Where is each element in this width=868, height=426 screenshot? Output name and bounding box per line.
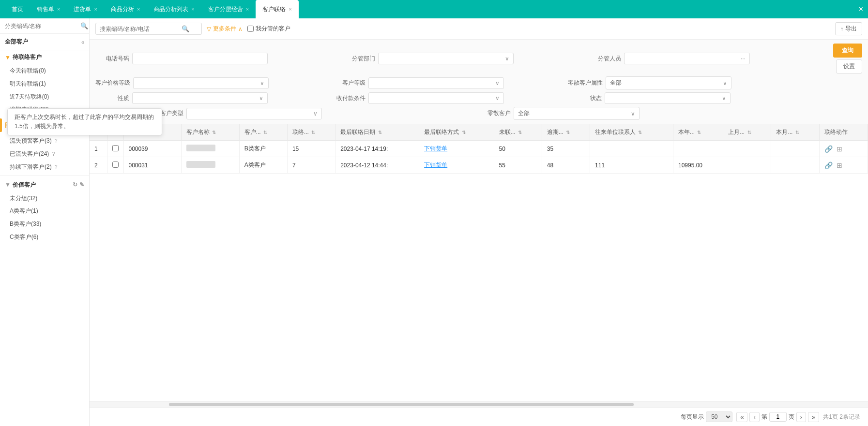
top-nav: 首页 销售单 × 进货单 × 商品分析 × 商品分析列表 × 客户分层经营 × … bbox=[0, 0, 868, 18]
row2-checkbox[interactable] bbox=[107, 157, 123, 174]
sidebar-item-b-class[interactable]: B类客户(33) bbox=[0, 218, 89, 231]
sidebar-item-loss-warning[interactable]: 流失预警客户(3) ? bbox=[0, 134, 89, 147]
per-page-select[interactable]: 50 100 200 bbox=[706, 411, 732, 422]
sidebar-divider bbox=[0, 176, 89, 176]
last-page-button[interactable]: » bbox=[808, 412, 819, 422]
row1-last-contact-method[interactable]: 下销货单 bbox=[419, 141, 494, 157]
close-customer-contact-icon[interactable]: × bbox=[289, 6, 291, 12]
col-last-contact-date[interactable]: 最后联络日期 ⇅ bbox=[335, 124, 419, 141]
close-customer-mgmt-icon[interactable]: × bbox=[246, 6, 249, 12]
row1-grid-icon[interactable]: ⊞ bbox=[837, 145, 842, 153]
phone-input[interactable] bbox=[132, 53, 268, 64]
query-button[interactable]: 查询 bbox=[833, 44, 862, 58]
sidebar-item-c-class[interactable]: C类客户(6) bbox=[0, 231, 89, 244]
horizontal-scrollbar[interactable] bbox=[90, 401, 868, 407]
row1-link-icon[interactable]: 🔗 bbox=[824, 145, 833, 153]
close-sales-icon[interactable]: × bbox=[57, 6, 60, 12]
row2-grid-icon[interactable]: ⊞ bbox=[837, 162, 842, 169]
row2-select-checkbox[interactable] bbox=[112, 162, 119, 168]
customer-grade-select[interactable]: ∨ bbox=[368, 77, 504, 89]
refresh-icon[interactable]: ↻ bbox=[73, 181, 77, 188]
sidebar-item-7days[interactable]: 近7天待联络(0) bbox=[0, 90, 89, 103]
row2-last-month bbox=[723, 157, 771, 174]
sidebar-item-a-class[interactable]: A类客户(1) bbox=[0, 205, 89, 218]
export-button[interactable]: ↑ 导出 bbox=[835, 22, 862, 35]
col-name[interactable]: 客户名称 ⇅ bbox=[182, 124, 240, 141]
row2-method-link[interactable]: 下销货单 bbox=[424, 162, 447, 168]
lost-help-icon[interactable]: ? bbox=[52, 151, 55, 157]
col-customer-type[interactable]: 客户... ⇅ bbox=[239, 124, 287, 141]
row1-checkbox[interactable] bbox=[107, 141, 123, 157]
pay-terms-select[interactable]: ∨ bbox=[368, 92, 504, 104]
sort-overdue-icon: ⇅ bbox=[566, 130, 570, 135]
tab-home[interactable]: 首页 bbox=[5, 0, 30, 18]
tab-analysis[interactable]: 商品分析 × bbox=[104, 0, 147, 18]
loss-warning-help-icon[interactable]: ? bbox=[55, 138, 58, 144]
price-grade-select[interactable]: ∨ bbox=[133, 77, 269, 89]
sidebar-item-ungrouped[interactable]: 未分组(32) bbox=[0, 192, 89, 205]
customer-grade-chevron-icon: ∨ bbox=[495, 80, 500, 87]
col-not-contacted[interactable]: 未联... ⇅ bbox=[494, 124, 542, 141]
sidebar-item-declining[interactable]: 持续下滑客户(2) ? bbox=[0, 161, 89, 174]
more-conditions-label: 更多条件 bbox=[213, 25, 236, 33]
edit-icon[interactable]: ✎ bbox=[79, 181, 84, 188]
col-unit-contact[interactable]: 往来单位联系人 ⇅ bbox=[590, 124, 673, 141]
col-last-month[interactable]: 上月... ⇅ bbox=[723, 124, 771, 141]
value-customer-edit-area: ↻ ✎ bbox=[73, 181, 84, 188]
row2-last-contact-method[interactable]: 下销货单 bbox=[419, 157, 494, 174]
tab-customer-mgmt[interactable]: 客户分层经营 × bbox=[201, 0, 256, 18]
sidebar-search-input[interactable] bbox=[5, 23, 77, 29]
collapse-sidebar-icon[interactable]: « bbox=[81, 39, 84, 45]
col-contact[interactable]: 联络... ⇅ bbox=[287, 124, 335, 141]
prev-page-button[interactable]: ‹ bbox=[749, 412, 759, 422]
sidebar-item-tomorrow[interactable]: 明天待联络(1) bbox=[0, 77, 89, 90]
col-overdue[interactable]: 逾期... ⇅ bbox=[542, 124, 590, 141]
retail-label: 零散客户 bbox=[477, 109, 511, 118]
close-analysis-icon[interactable]: × bbox=[137, 6, 140, 12]
page-input[interactable] bbox=[769, 412, 787, 422]
manager-select[interactable]: ··· bbox=[624, 53, 750, 64]
row1-action-icons: 🔗 ⊞ bbox=[824, 145, 863, 153]
main-search-input[interactable] bbox=[100, 26, 180, 32]
row2-link-icon[interactable]: 🔗 bbox=[824, 162, 833, 169]
my-customers-checkbox[interactable] bbox=[247, 26, 254, 32]
tab-sales[interactable]: 销售单 × bbox=[30, 0, 67, 18]
retail-field: 零散客户 全部 ∨ bbox=[477, 107, 798, 120]
col-this-month[interactable]: 本月... ⇅ bbox=[771, 124, 819, 141]
declining-help-icon[interactable]: ? bbox=[55, 164, 58, 170]
tab-analysis-list[interactable]: 商品分析列表 × bbox=[147, 0, 201, 18]
tab-analysis-list-label: 商品分析列表 bbox=[153, 5, 188, 14]
dept-select[interactable]: ∨ bbox=[378, 53, 514, 64]
my-customers-label: 我分管的客户 bbox=[256, 25, 290, 33]
col-last-contact-method[interactable]: 最后联络方式 ⇅ bbox=[419, 124, 494, 141]
value-customer-group[interactable]: ▼ 价值客户 ↻ ✎ bbox=[0, 178, 89, 192]
row2-this-year: 10995.00 bbox=[673, 157, 723, 174]
next-page-button[interactable]: › bbox=[796, 412, 806, 422]
sidebar-item-lost[interactable]: 已流失客户(24) ? bbox=[0, 147, 89, 161]
row1-unit-contact bbox=[590, 141, 673, 157]
row1-select-checkbox[interactable] bbox=[112, 145, 119, 151]
close-purchase-icon[interactable]: × bbox=[94, 6, 97, 12]
per-page-label: 每页显示 bbox=[681, 413, 704, 421]
chevron-up-icon: ∧ bbox=[238, 26, 243, 32]
scrollbar-thumb[interactable] bbox=[169, 403, 634, 406]
close-all-tabs-button[interactable]: × bbox=[859, 5, 863, 14]
close-analysis-list-icon[interactable]: × bbox=[191, 6, 194, 12]
sidebar-item-today[interactable]: 今天待联络(0) bbox=[0, 64, 89, 77]
retail-chevron-icon: ∨ bbox=[631, 110, 635, 117]
col-this-year[interactable]: 本年... ⇅ bbox=[673, 124, 723, 141]
settings-button[interactable]: 设置 bbox=[836, 59, 862, 73]
customer-type-select[interactable]: ∨ bbox=[186, 108, 322, 119]
retail-attr-select[interactable]: 全部 ∨ bbox=[606, 76, 731, 89]
row1-method-link[interactable]: 下销货单 bbox=[424, 145, 447, 152]
gender-select[interactable]: ∨ bbox=[132, 92, 268, 104]
status-select[interactable]: ∨ bbox=[605, 92, 731, 104]
tab-purchase[interactable]: 进货单 × bbox=[67, 0, 104, 18]
more-conditions-button[interactable]: ▽ 更多条件 ∧ bbox=[207, 25, 243, 33]
first-page-button[interactable]: « bbox=[736, 412, 747, 422]
retail-select[interactable]: 全部 ∨ bbox=[514, 107, 640, 120]
tab-customer-contact[interactable]: 客户联络 × bbox=[256, 0, 298, 18]
main-search-icon[interactable]: 🔍 bbox=[182, 25, 189, 32]
sidebar-search-icon[interactable]: 🔍 bbox=[80, 22, 88, 29]
pending-contact-group[interactable]: ▼ 待联络客户 bbox=[0, 50, 89, 64]
